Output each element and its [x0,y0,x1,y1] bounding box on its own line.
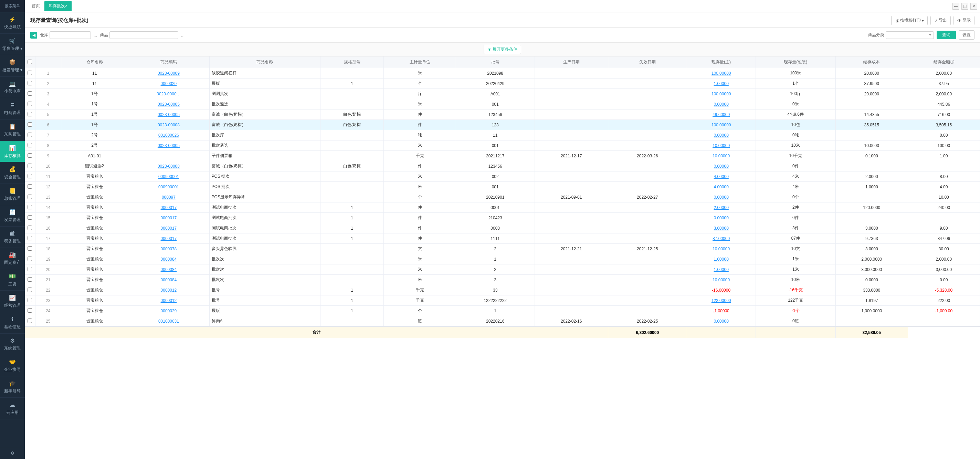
sidebar-item-固定资产[interactable]: 🏭 固定资产 [0,248,25,269]
row-code[interactable]: 0000017 [128,213,209,223]
sidebar-item-系统管理[interactable]: ⚙ 系统管理 [0,334,25,355]
row-qty-main[interactable]: 4.00000 [687,172,756,182]
row-qty-main[interactable]: 1.00000 [687,78,756,89]
row-checkbox[interactable] [27,236,32,240]
row-qty-main[interactable]: 100.00000 [687,120,756,130]
row-qty-main[interactable]: 10.00000 [687,244,756,254]
sidebar-item-基础信息[interactable]: ℹ 基础信息 [0,312,25,334]
row-code[interactable]: 000097 [128,192,209,202]
row-checkbox[interactable] [27,184,32,189]
warehouse-input[interactable] [49,31,91,39]
row-checkbox[interactable] [27,308,32,312]
sidebar-item-税务管理[interactable]: 🏛 税务管理 [0,226,25,248]
row-code[interactable]: 0000029 [128,78,209,89]
sidebar-item-资金管理[interactable]: 💰 资金管理 [0,162,25,183]
batch-query-tab[interactable]: 库存批次× [45,1,72,11]
row-checkbox[interactable] [27,319,32,323]
row-checkbox[interactable] [27,122,32,127]
sidebar-item-企业协同[interactable]: 🤝 企业协同 [0,355,25,376]
row-code[interactable]: 0000017 [128,233,209,244]
row-qty-main[interactable]: 0.00000 [687,99,756,110]
row-qty-main[interactable]: 49.60000 [687,110,756,120]
row-qty-main[interactable]: -1.00000 [687,306,756,316]
row-code[interactable]: 0023-0000… [128,89,209,99]
sidebar-item-采购管理[interactable]: 📋 采购管理 [0,120,25,141]
product-input[interactable] [110,31,178,39]
sidebar-logo[interactable]: 搜索菜单 [0,0,25,13]
row-qty-main[interactable]: 122.00000 [687,295,756,306]
row-checkbox[interactable] [27,143,32,147]
row-checkbox[interactable] [27,132,32,137]
row-qty-main[interactable]: 10.00000 [687,275,756,285]
row-code[interactable]: 0000084 [128,254,209,265]
row-checkbox[interactable] [27,81,32,85]
row-qty-main[interactable]: 10.00000 [687,140,756,151]
display-button[interactable]: 👁 显示 [953,16,975,25]
sidebar-item-批发管理[interactable]: 📦 批发管理 ▾ [0,55,25,76]
row-qty-main[interactable]: 3.00000 [687,223,756,233]
row-qty-main[interactable]: 4.00000 [687,182,756,192]
row-checkbox[interactable] [27,226,32,230]
row-code[interactable]: 001000026 [128,130,209,140]
row-checkbox[interactable] [27,164,32,168]
sidebar-item-总账管理[interactable]: 📒 总账管理 [0,184,25,205]
row-checkbox[interactable] [27,298,32,302]
export-button[interactable]: ↗ 导出 [931,16,951,25]
sidebar-item-零售管理[interactable]: 🛒 零售管理 ▾ [0,34,25,55]
row-code[interactable]: 0023-00008 [128,161,209,172]
row-code[interactable]: 0000017 [128,202,209,213]
row-code[interactable]: 0023-00005 [128,110,209,120]
row-qty-main[interactable]: 2.00000 [687,202,756,213]
row-code[interactable]: 0023-00005 [128,99,209,110]
row-code[interactable]: 001000031 [128,316,209,327]
query-button[interactable]: 查询 [937,31,956,39]
row-checkbox[interactable] [27,257,32,261]
row-qty-main[interactable]: 0.00000 [687,316,756,327]
row-checkbox[interactable] [27,91,32,96]
filter-toggle-button[interactable]: ◀ [30,32,37,38]
row-checkbox[interactable] [27,112,32,116]
row-checkbox[interactable] [27,70,32,75]
row-checkbox[interactable] [27,153,32,158]
sidebar-item-工资[interactable]: 💵 工资 [0,269,25,291]
row-qty-main[interactable]: -16.00000 [687,285,756,295]
sidebar-item-发票管理[interactable]: 🧾 发票管理 [0,205,25,226]
print-button[interactable]: 🖨 按模板打印 ▾ [891,16,928,25]
row-qty-main[interactable]: 0.00000 [687,161,756,172]
home-tab[interactable]: 首页 [27,1,45,11]
sidebar-item-库存核算[interactable]: 📊 库存核算 [0,141,25,162]
sidebar-item-经营管理[interactable]: 📈 经营管理 [0,291,25,312]
row-code[interactable]: 0000084 [128,265,209,275]
row-checkbox[interactable] [27,102,32,106]
minimize-button[interactable]: ─ [953,3,959,10]
row-code[interactable]: 0000012 [128,295,209,306]
category-select[interactable] [886,31,934,39]
row-qty-main[interactable]: 1.00000 [687,254,756,265]
row-qty-main[interactable]: 100.00000 [687,89,756,99]
row-code[interactable]: 000900001 [128,172,209,182]
row-code[interactable]: 0000084 [128,275,209,285]
row-qty-main[interactable]: 0.00000 [687,192,756,202]
row-code[interactable]: 0023-00008 [128,120,209,130]
row-code[interactable]: 000900001 [128,182,209,192]
row-qty-main[interactable]: 100.00000 [687,68,756,78]
settings-button[interactable]: 设置 [959,30,975,40]
row-checkbox[interactable] [27,267,32,271]
row-qty-main[interactable]: 0.00000 [687,130,756,140]
sidebar-settings[interactable]: ⚙ [0,447,25,459]
select-all-checkbox[interactable] [27,60,32,64]
row-code[interactable] [128,151,209,161]
row-checkbox[interactable] [27,205,32,209]
row-checkbox[interactable] [27,194,32,199]
row-checkbox[interactable] [27,174,32,178]
close-button[interactable]: × [970,3,977,10]
row-checkbox[interactable] [27,287,32,292]
row-qty-main[interactable]: 0.00000 [687,213,756,223]
row-code[interactable]: 0023-00009 [128,68,209,78]
row-checkbox[interactable] [27,246,32,251]
sidebar-item-快捷导航[interactable]: ⚡ 快捷导航 [0,13,25,34]
sidebar-item-小额电商[interactable]: 💻 小额电商 [0,77,25,98]
row-checkbox[interactable] [27,277,32,282]
maximize-button[interactable]: □ [961,3,968,10]
row-code[interactable]: 0000078 [128,244,209,254]
